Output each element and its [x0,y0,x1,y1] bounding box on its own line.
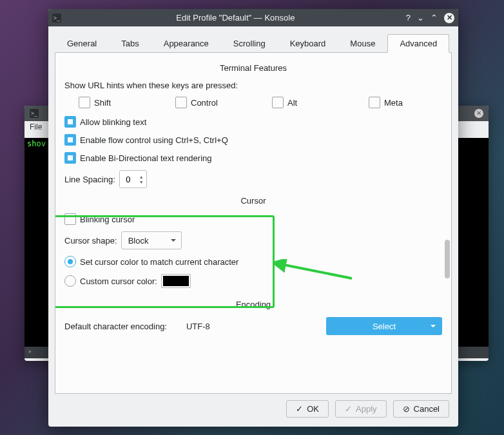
checkbox-blinking-cursor[interactable] [64,213,76,225]
maximize-icon[interactable]: ⌃ [431,13,438,23]
label-bidi: Enable Bi-Directional text rendering [80,153,212,163]
tab-keyboard[interactable]: Keyboard [278,34,338,52]
terminal-tab-icon: > [28,349,35,356]
ok-button-label: OK [307,404,319,414]
terminal-icon: >_ [30,109,39,118]
label-blinking-cursor: Blinking cursor [80,215,135,224]
checkbox-bidi[interactable] [64,152,76,164]
close-icon[interactable]: ✕ [444,13,454,23]
tab-bar: General Tabs Appearance Scrolling Keyboa… [55,34,452,52]
apply-button-label: Apply [356,404,377,414]
app-icon: >_ [52,14,61,23]
label-line-spacing: Line Spacing: [64,175,115,184]
checkbox-flow-control[interactable] [64,134,76,146]
terminal-prompt-text: shov [27,139,46,148]
panel-scrollbar[interactable] [445,240,450,278]
label-default-encoding: Default character encoding: [64,322,167,331]
cancel-icon: ⊘ [403,404,410,414]
cancel-button-label: Cancel [414,404,440,414]
section-encoding: Encoding [64,300,442,309]
dialog-button-row: ✓OK ✓Apply ⊘Cancel [48,400,458,427]
check-icon: ✓ [296,404,303,414]
close-icon[interactable]: ✕ [474,109,483,118]
tab-panel-advanced: Terminal Features Show URL hints when th… [55,52,452,394]
chevron-down-icon[interactable]: ▼ [139,180,144,184]
tab-general[interactable]: General [55,34,109,52]
help-icon[interactable]: ? [406,13,411,23]
tab-mouse[interactable]: Mouse [338,34,387,52]
edit-profile-dialog: >_ Edit Profile "Default" — Konsole ? ⌄ … [48,9,458,427]
select-encoding-button[interactable]: Select [326,317,442,335]
checkbox-meta[interactable] [369,97,380,108]
tab-appearance[interactable]: Appearance [151,34,221,52]
label-cursor-shape: Cursor shape: [64,236,117,246]
line-spacing-input[interactable] [120,174,137,185]
custom-cursor-color-swatch[interactable] [161,274,191,288]
minimize-icon[interactable]: ⌄ [417,13,424,23]
cancel-button[interactable]: ⊘Cancel [393,400,449,418]
spinbox-arrows[interactable]: ▲▼ [137,175,146,184]
cursor-shape-value: Block [128,236,149,246]
encoding-value: UTF-8 [186,322,210,331]
url-hints-options: Shift Control Alt Meta [64,97,442,108]
checkbox-allow-blinking[interactable] [64,116,76,128]
apply-button[interactable]: ✓Apply [335,400,387,418]
tab-tabs[interactable]: Tabs [109,34,151,52]
checkbox-alt[interactable] [272,97,284,108]
select-button-label: Select [373,322,396,331]
chevron-up-icon[interactable]: ▲ [139,175,144,179]
url-hints-label-row: Show URL hints when these keys are press… [64,81,442,90]
ok-button[interactable]: ✓OK [286,400,329,418]
label-flow-control: Enable flow control using Ctrl+S, Ctrl+Q [80,135,228,145]
label-allow-blinking: Allow blinking text [80,117,146,127]
section-terminal-features: Terminal Features [64,63,442,73]
radio-cursor-match[interactable] [64,256,76,267]
menu-file[interactable]: File [30,122,42,131]
checkbox-shift[interactable] [79,97,90,108]
tab-scrolling[interactable]: Scrolling [221,34,278,52]
radio-custom-cursor[interactable] [64,275,76,287]
label-custom-cursor: Custom cursor color: [80,276,157,286]
checkbox-control[interactable] [175,97,187,108]
section-cursor: Cursor [64,196,442,206]
label-meta: Meta [384,98,403,108]
label-cursor-match: Set cursor color to match current charac… [80,257,238,267]
label-shift: Shift [94,98,111,108]
url-hints-label: Show URL hints when these keys are press… [64,81,238,90]
dialog-titlebar[interactable]: >_ Edit Profile "Default" — Konsole ? ⌄ … [48,9,458,26]
tab-advanced[interactable]: Advanced [387,34,449,53]
check-icon: ✓ [345,404,352,414]
line-spacing-spinbox[interactable]: ▲▼ [119,170,147,188]
dialog-title: Edit Profile "Default" — Konsole [65,13,406,23]
label-control: Control [191,98,218,108]
label-alt: Alt [287,98,297,108]
cursor-shape-select[interactable]: Block [121,231,182,249]
